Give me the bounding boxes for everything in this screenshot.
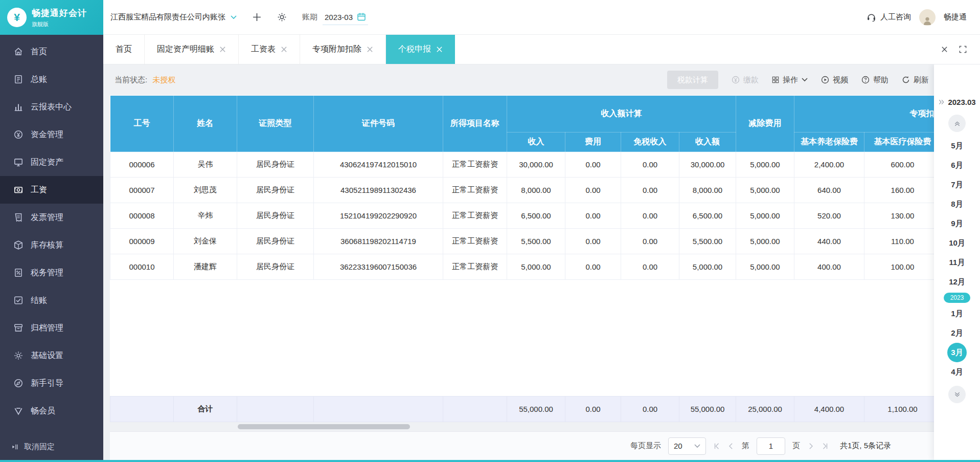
sidebar-item-settings[interactable]: 基础设置	[0, 342, 103, 369]
sidebar-item-invoice[interactable]: 发票管理	[0, 204, 103, 231]
tab-close-icon[interactable]	[219, 46, 226, 53]
last-page-button[interactable]	[822, 443, 829, 450]
horizontal-scrollbar[interactable]	[110, 422, 934, 431]
tab-special-deduction[interactable]: 专项附加扣除	[300, 35, 386, 64]
month-item[interactable]: 9月	[946, 214, 968, 233]
scroll-months-up-button[interactable]	[948, 115, 966, 132]
table-cell: 430521198911302436	[314, 178, 443, 203]
sidebar-item-ledger[interactable]: 总账	[0, 65, 103, 93]
unpin-sidebar-button[interactable]: 取消固定	[0, 433, 103, 460]
sidebar-item-inventory[interactable]: 库存核算	[0, 231, 103, 259]
sidebar-item-closing[interactable]: 结账	[0, 287, 103, 314]
tab-close-icon[interactable]	[281, 46, 287, 53]
table-cell: 5,500.00	[679, 229, 736, 254]
sidebar-item-funds[interactable]: 资金管理	[0, 121, 103, 148]
table-cell: 2,400.00	[794, 152, 864, 178]
prev-page-button[interactable]	[727, 443, 735, 450]
operate-icon	[772, 76, 779, 83]
table-row[interactable]: 000006吴伟居民身份证430624197412015010正常工资薪资30,…	[110, 152, 935, 178]
month-item[interactable]: 12月	[946, 272, 968, 292]
closing-icon	[13, 295, 24, 305]
per-page-select[interactable]: 20	[668, 437, 706, 455]
tab-salary-table[interactable]: 工资表	[239, 35, 300, 64]
close-tab-icon[interactable]	[941, 46, 948, 53]
month-item[interactable]: 5月	[946, 136, 968, 156]
headset-icon	[867, 12, 876, 22]
table-row[interactable]: 000009刘金保居民身份证360681198202114719正常工资薪资5,…	[110, 229, 935, 254]
table-cell: 152104199202290920	[314, 203, 443, 229]
tab-label: 首页	[116, 44, 132, 55]
table-row[interactable]: 000008辛炜居民身份证152104199202290920正常工资薪资6,5…	[110, 203, 935, 229]
video-button[interactable]: 视频	[821, 75, 848, 85]
year-badge: 2023	[944, 293, 970, 303]
add-button[interactable]	[252, 12, 262, 22]
sidebar-item-label: 云报表中心	[31, 102, 72, 113]
sidebar-item-tax[interactable]: 税务管理	[0, 259, 103, 287]
table-cell: 000008	[110, 203, 174, 229]
per-page-value: 20	[674, 442, 682, 450]
status-value: 未授权	[152, 75, 175, 84]
tab-home[interactable]: 首页	[103, 35, 145, 64]
table-row[interactable]: 000010潘建辉居民身份证362233196007150036正常工资薪资5,…	[110, 254, 935, 280]
month-item[interactable]: 7月	[946, 175, 968, 194]
month-list: 5月6月7月8月9月10月11月12月20231月2月3月4月	[944, 136, 970, 382]
support-link[interactable]: 人工咨询	[867, 12, 911, 22]
refresh-button[interactable]: 刷新	[902, 75, 929, 85]
tab-close-icon[interactable]	[436, 46, 443, 53]
scrollbar-thumb[interactable]	[238, 424, 410, 429]
pay-button[interactable]: 缴款	[732, 75, 759, 85]
tab-tax-filing[interactable]: 个税申报	[386, 35, 455, 64]
sidebar-item-label: 资金管理	[31, 129, 63, 140]
month-item[interactable]: 4月	[946, 362, 968, 382]
assets-icon	[13, 157, 24, 167]
period-picker[interactable]: 2023-03	[323, 9, 368, 25]
tax-calc-button[interactable]: 税款计算	[667, 71, 718, 89]
month-item[interactable]: 1月	[946, 304, 968, 323]
operate-menu-button[interactable]: 操作	[772, 75, 808, 85]
table-row[interactable]: 000007刘思茂居民身份证430521198911302436正常工资薪资8,…	[110, 178, 935, 203]
total-cell	[237, 397, 314, 422]
support-label: 人工咨询	[880, 12, 911, 22]
total-cell: 1,100.00	[864, 397, 935, 422]
total-cell: 55,000.00	[679, 397, 736, 422]
month-item[interactable]: 11月	[946, 253, 968, 272]
pay-label: 缴款	[743, 75, 759, 85]
page-number-input[interactable]	[757, 437, 785, 455]
sidebar-nav: 首页总账云报表中心资金管理固定资产工资发票管理库存核算税务管理结账归档管理基础设…	[0, 35, 103, 425]
table-cell: 0.00	[621, 178, 679, 203]
tab-fixed-asset-ledger[interactable]: 固定资产明细账	[145, 35, 239, 64]
sidebar-item-member[interactable]: 畅会员	[0, 397, 103, 425]
total-cell: 55,000.00	[507, 397, 565, 422]
sidebar-item-assets[interactable]: 固定资产	[0, 148, 103, 176]
sidebar-item-salary[interactable]: 工资	[0, 176, 103, 204]
column-header: 费用	[565, 133, 621, 152]
company-selector[interactable]: 江西服宝精品有限责任公司内账张	[110, 12, 237, 22]
guide-icon	[13, 378, 24, 388]
tab-close-icon[interactable]	[367, 46, 373, 53]
sidebar-item-reports[interactable]: 云报表中心	[0, 93, 103, 121]
sidebar-item-label: 发票管理	[31, 212, 63, 223]
tab-label: 个税申报	[398, 44, 431, 55]
brand-subtitle: 旗舰版	[32, 20, 87, 28]
month-item[interactable]: 6月	[946, 156, 968, 175]
video-icon	[821, 76, 829, 84]
next-page-button[interactable]	[807, 443, 814, 450]
collapse-panel-button[interactable]	[938, 99, 945, 105]
month-item[interactable]: 2月	[946, 323, 968, 343]
first-page-button[interactable]	[713, 443, 720, 450]
scroll-months-down-button[interactable]	[948, 386, 966, 403]
period-side-panel: 2023.03 5月6月7月8月9月10月11月12月20231月2月3月4月	[934, 64, 980, 460]
month-item[interactable]: 8月	[946, 194, 968, 214]
fullscreen-icon[interactable]	[959, 46, 967, 53]
help-button[interactable]: 帮助	[861, 75, 888, 85]
home-icon	[13, 47, 24, 57]
company-name: 江西服宝精品有限责任公司内账张	[110, 12, 225, 22]
column-header: 基本医疗保险费	[864, 133, 935, 152]
month-item[interactable]: 3月	[947, 343, 967, 362]
sidebar-item-archive[interactable]: 归档管理	[0, 314, 103, 342]
sidebar-item-home[interactable]: 首页	[0, 38, 103, 65]
month-item[interactable]: 10月	[946, 233, 968, 253]
sidebar-item-guide[interactable]: 新手引导	[0, 369, 103, 397]
avatar[interactable]	[919, 9, 936, 26]
gear-icon[interactable]	[277, 12, 287, 22]
